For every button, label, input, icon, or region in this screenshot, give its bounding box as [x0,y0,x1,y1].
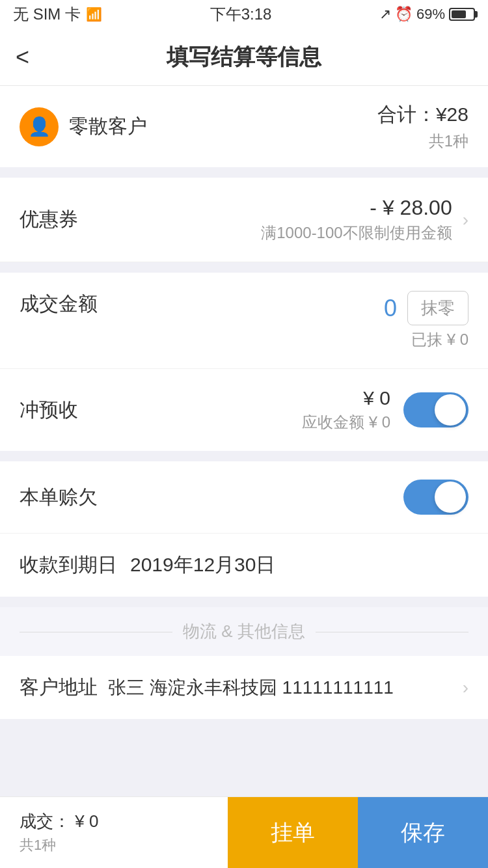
customer-right: 合计：¥28 共1种 [377,102,468,152]
hold-button-label: 挂单 [271,818,315,848]
coupon-right: - ¥ 28.00 满1000-100不限制使用金额 › [261,196,468,243]
already-rounded: 已抹 ¥ 0 [411,329,468,350]
amount-with-btn: 0 抹零 [384,291,468,325]
page-title: 填写结算等信息 [167,42,321,72]
prepay-amount: ¥ 0 [302,387,390,409]
prepay-receivable: 应收金额 ¥ 0 [302,412,390,433]
prepay-toggle[interactable] [403,392,468,427]
logistics-header: 物流 & 其他信息 [0,607,488,656]
nav-bar: < 填写结算等信息 [0,29,488,86]
transaction-row: 成交金额 0 抹零 已抹 ¥ 0 [0,273,488,369]
due-date-value[interactable]: 2019年12月30日 [130,552,275,578]
bottom-summary: 成交： ¥ 0 共1种 [0,797,228,868]
coupon-amount: - ¥ 28.00 [261,196,452,220]
wifi-icon: 📶 [86,7,102,22]
alarm-icon: ⏰ [395,6,413,23]
chevron-right-icon: › [463,210,468,230]
coupon-label: 优惠券 [20,206,78,233]
prepay-row: 冲预收 ¥ 0 应收金额 ¥ 0 [0,369,488,451]
prepay-label: 冲预收 [20,397,78,424]
bottom-bar: 成交： ¥ 0 共1种 挂单 保存 [0,796,488,868]
address-label: 客户地址 [20,674,98,701]
debt-toggle[interactable] [403,480,468,515]
prepay-amounts: ¥ 0 应收金额 ¥ 0 [302,387,390,433]
amount-input-area: 0 抹零 已抹 ¥ 0 [384,291,468,350]
address-chevron-icon: › [463,677,468,698]
coupon-row[interactable]: 优惠券 - ¥ 28.00 满1000-100不限制使用金额 › [0,178,488,262]
status-right: ↗ ⏰ 69% [379,6,475,23]
save-button[interactable]: 保存 [358,797,488,868]
transaction-label: 成交金额 [20,291,98,318]
coupon-section: 优惠券 - ¥ 28.00 满1000-100不限制使用金额 › [0,178,488,262]
round-button[interactable]: 抹零 [407,291,468,325]
coupon-desc: 满1000-100不限制使用金额 [261,223,452,243]
transaction-value[interactable]: 0 [384,295,397,322]
debt-row: 本单赊欠 [0,461,488,534]
logistics-text: 物流 & 其他信息 [183,621,305,641]
debt-section: 本单赊欠 收款到期日 2019年12月30日 [0,461,488,597]
content-area: 👤 零散客户 合计：¥28 共1种 优惠券 - ¥ 28.00 满1000-10… [0,86,488,797]
battery-icon [449,8,475,21]
debt-toggle-thumb [435,481,466,513]
back-button[interactable]: < [16,44,29,71]
avatar: 👤 [20,107,59,146]
avatar-icon: 👤 [28,116,51,137]
address-row[interactable]: 客户地址 张三 海淀永丰科技园 11111111111 › [0,656,488,719]
debt-label: 本单赊欠 [20,484,98,511]
hold-button[interactable]: 挂单 [228,797,358,868]
battery-percent: 69% [416,6,445,23]
bottom-deal-count: 共1种 [20,835,208,855]
carrier-text: 无 SIM 卡 [13,4,81,25]
status-left: 无 SIM 卡 📶 [13,4,102,25]
total-amount: 合计：¥28 [377,102,468,128]
customer-row: 👤 零散客户 合计：¥28 共1种 [0,86,488,167]
customer-left: 👤 零散客户 [20,107,147,146]
status-time: 下午3:18 [210,4,272,25]
location-icon: ↗ [379,6,391,23]
coupon-info: - ¥ 28.00 满1000-100不限制使用金额 [261,196,452,243]
due-date-row: 收款到期日 2019年12月30日 [0,534,488,597]
toggle-thumb [435,394,466,426]
total-count: 共1种 [377,131,468,152]
due-date-label: 收款到期日 [20,552,117,578]
customer-name: 零散客户 [69,113,147,140]
status-bar: 无 SIM 卡 📶 下午3:18 ↗ ⏰ 69% [0,0,488,29]
bottom-deal-label: 成交： ¥ 0 [20,810,208,833]
save-button-label: 保存 [401,818,445,848]
transaction-section: 成交金额 0 抹零 已抹 ¥ 0 冲预收 ¥ 0 应收金额 ¥ 0 [0,273,488,451]
prepay-right: ¥ 0 应收金额 ¥ 0 [302,387,468,433]
address-value: 张三 海淀永丰科技园 11111111111 [108,675,452,700]
logistics-section-label: 物流 & 其他信息 [172,620,316,643]
